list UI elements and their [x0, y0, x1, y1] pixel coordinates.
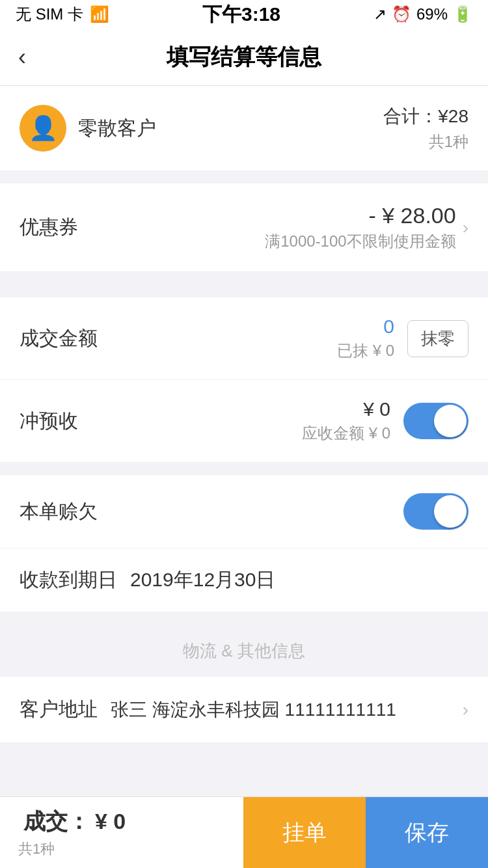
customer-row: 👤 零散客户 合计：¥28 共1种: [0, 86, 488, 170]
prepayment-row: 冲预收 ¥ 0 应收金额 ¥ 0: [0, 380, 488, 462]
bottom-deal-label: 成交：: [23, 809, 90, 834]
prepayment-sub: 应收金额 ¥ 0: [302, 423, 390, 444]
separator-1: [0, 284, 488, 297]
coupon-desc: 满1000-100不限制使用金额: [265, 231, 455, 252]
prepayment-label: 冲预收: [20, 408, 78, 435]
address-row[interactable]: 客户地址 张三 海淀永丰科技园 11111111111 ›: [0, 677, 488, 742]
coupon-card: 优惠券 - ¥ 28.00 满1000-100不限制使用金额 ›: [0, 183, 488, 271]
deal-amount-label: 成交金额: [20, 325, 98, 352]
avatar-icon: 👤: [29, 115, 58, 142]
location-icon: ↗: [373, 5, 386, 23]
debt-row: 本单赊欠: [0, 475, 488, 549]
deal-amount-value[interactable]: 0: [383, 316, 394, 337]
due-date-row: 收款到期日 2019年12月30日: [0, 549, 488, 612]
coupon-value: - ¥ 28.00: [265, 203, 455, 228]
nav-bar: ‹ 填写结算等信息: [0, 29, 488, 86]
coupon-row[interactable]: 优惠券 - ¥ 28.00 满1000-100不限制使用金额 ›: [0, 183, 488, 271]
total-count: 共1种: [383, 131, 468, 152]
coupon-info: - ¥ 28.00 满1000-100不限制使用金额: [265, 203, 455, 252]
address-chevron-icon: ›: [463, 699, 468, 720]
bottom-deal-value: ¥ 0: [95, 809, 126, 834]
no-sim-text: 无 SIM 卡: [16, 4, 83, 25]
debt-toggle-knob: [434, 495, 467, 528]
prepayment-right: ¥ 0 应收金额 ¥ 0: [302, 398, 468, 444]
address-label: 客户地址: [20, 696, 98, 723]
prepayment-toggle[interactable]: [403, 403, 468, 439]
deal-amount-info: 0 已抹 ¥ 0: [337, 316, 394, 361]
debt-section: 本单赊欠 收款到期日 2019年12月30日: [0, 475, 488, 612]
page-title: 填写结算等信息: [167, 42, 321, 72]
address-value: 张三 海淀永丰科技园 11111111111: [111, 698, 463, 722]
coupon-label: 优惠券: [20, 214, 78, 241]
wifi-icon: 📶: [90, 5, 109, 23]
battery-icon: 🔋: [453, 5, 472, 23]
alarm-icon: ⏰: [392, 5, 411, 23]
avatar: 👤: [20, 105, 66, 152]
bottom-count: 共1种: [18, 839, 225, 859]
coupon-right: - ¥ 28.00 满1000-100不限制使用金额 ›: [265, 203, 468, 252]
pending-button[interactable]: 挂单: [243, 797, 366, 869]
bottom-bar: 成交：¥ 0 共1种 挂单 保存: [0, 796, 488, 868]
status-right: ↗ ⏰ 69% 🔋: [373, 5, 472, 23]
deal-amount-sub: 已抹 ¥ 0: [337, 340, 394, 361]
battery-level: 69%: [416, 5, 448, 23]
deal-amount-right: 0 已抹 ¥ 0 抹零: [337, 316, 468, 361]
chevron-right-icon: ›: [463, 217, 468, 238]
debt-label: 本单赊欠: [20, 498, 98, 525]
round-zero-button[interactable]: 抹零: [407, 320, 468, 357]
due-date-value[interactable]: 2019年12月30日: [130, 567, 275, 593]
deal-amount-row: 成交金额 0 已抹 ¥ 0 抹零: [0, 297, 488, 380]
due-date-label: 收款到期日: [20, 567, 117, 593]
logistics-label: 物流 & 其他信息: [183, 640, 305, 662]
prepayment-info: ¥ 0 应收金额 ¥ 0: [302, 398, 390, 444]
separator-2: [0, 462, 488, 475]
total-amount: 合计：¥28: [383, 104, 468, 129]
customer-name: 零散客户: [78, 115, 156, 142]
status-time: 下午3:18: [202, 1, 280, 28]
customer-info-left: 👤 零散客户: [20, 105, 156, 152]
prepayment-value: ¥ 0: [302, 398, 390, 420]
form-section: 成交金额 0 已抹 ¥ 0 抹零 冲预收 ¥ 0 应收金额 ¥ 0: [0, 297, 488, 462]
customer-info-right: 合计：¥28 共1种: [383, 104, 468, 152]
bottom-info: 成交：¥ 0 共1种: [0, 807, 243, 859]
save-button[interactable]: 保存: [366, 797, 488, 869]
content-area: 👤 零散客户 合计：¥28 共1种 优惠券 - ¥ 28.00 满1000-10…: [0, 86, 488, 834]
logistics-section: 物流 & 其他信息: [0, 625, 488, 677]
bottom-deal-text: 成交：¥ 0: [18, 807, 225, 837]
address-section: 客户地址 张三 海淀永丰科技园 11111111111 ›: [0, 677, 488, 742]
status-left: 无 SIM 卡 📶: [16, 4, 109, 25]
debt-toggle[interactable]: [403, 493, 468, 530]
toggle-knob: [434, 405, 467, 437]
status-bar: 无 SIM 卡 📶 下午3:18 ↗ ⏰ 69% 🔋: [0, 0, 488, 29]
back-button[interactable]: ‹: [18, 44, 26, 71]
customer-card: 👤 零散客户 合计：¥28 共1种: [0, 86, 488, 170]
